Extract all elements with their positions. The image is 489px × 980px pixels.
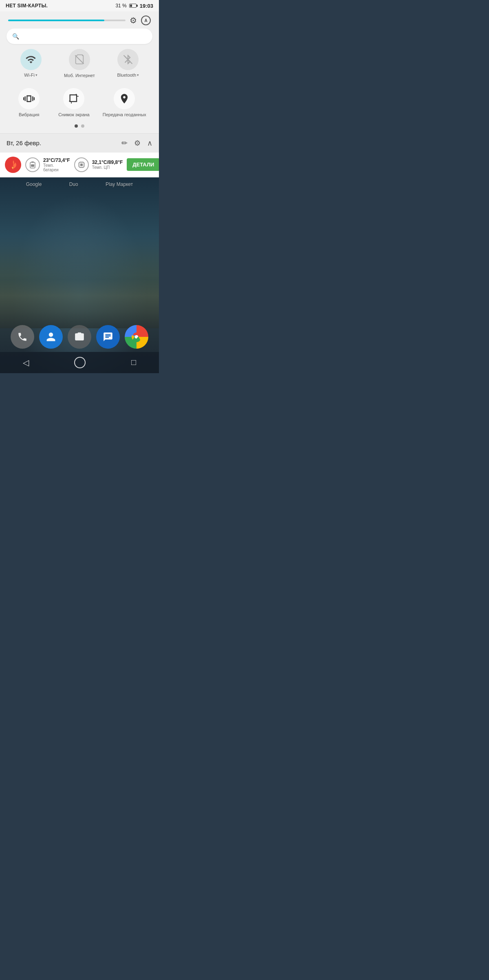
screenshot-label: Снимок экрана <box>58 112 90 117</box>
wifi-icon-wrap <box>20 49 42 70</box>
temp-banner: 23°C/73,4°F Темп. батареи <box>0 153 159 177</box>
dot-2 <box>81 124 84 128</box>
tile-mobile-data[interactable]: Моб. Интернет <box>63 49 96 78</box>
battery-percent: 31 % <box>115 3 126 9</box>
brightness-fill <box>8 20 104 21</box>
status-right: 31 % 19:03 <box>115 3 153 9</box>
battery-temp-info: 23°C/73,4°F Темп. батареи <box>43 157 70 172</box>
dock-contacts[interactable] <box>39 325 63 349</box>
details-button[interactable]: ДЕТАЛИ <box>127 158 159 171</box>
battery-temp-svg <box>29 161 36 169</box>
cpu-temp-value: 32,1°C/89,8°F <box>92 159 123 165</box>
flame-icon <box>5 157 21 173</box>
settings-icon[interactable]: ⚙ <box>134 139 141 148</box>
cpu-temp-svg <box>77 161 86 169</box>
auto-brightness-icon[interactable]: A <box>141 15 151 25</box>
status-bar: НЕТ SIM-КАРТЫ. 31 % 19:03 <box>0 0 159 11</box>
location-icon <box>119 93 130 104</box>
vibration-icon <box>23 93 35 104</box>
camera-icon <box>74 332 85 342</box>
phone-icon <box>17 332 28 342</box>
wifi-icon <box>25 54 37 65</box>
tile-vibration[interactable]: Вибрация <box>13 88 45 117</box>
bluetooth-icon-wrap <box>117 49 139 70</box>
battery-temp-value: 23°C/73,4°F <box>43 157 70 163</box>
cpu-temp-icon <box>74 157 89 172</box>
battery-temp-label: Темп. батареи <box>43 163 70 172</box>
svg-rect-4 <box>31 161 34 163</box>
wifi-label-row: Wi-Fi ▾ <box>24 73 37 77</box>
search-icon: 🔍 <box>12 33 19 40</box>
landscape-overlay <box>0 247 159 328</box>
bluetooth-arrow: ▾ <box>137 73 139 77</box>
dot-1 <box>75 124 78 128</box>
brightness-row: ⚙ A <box>7 15 152 25</box>
search-bar[interactable]: 🔍 <box>7 29 152 44</box>
vibration-icon-wrap <box>18 88 40 109</box>
recent-button[interactable]: □ <box>131 358 136 367</box>
collapse-icon[interactable]: ∧ <box>147 139 152 148</box>
brightness-sun-icon[interactable]: ⚙ <box>130 15 137 25</box>
chrome-icon <box>131 332 142 342</box>
app-label-google: Google <box>26 181 42 187</box>
battery-temp-icon <box>25 157 40 172</box>
contacts-icon <box>46 332 56 342</box>
bluetooth-label: Bluetooth <box>117 73 136 77</box>
app-label-play: Play Маркет <box>106 181 133 187</box>
bluetooth-icon <box>122 54 134 65</box>
app-dock <box>0 325 159 349</box>
brightness-slider[interactable] <box>8 20 126 21</box>
quick-tiles-row1: Wi-Fi ▾ Моб. Интернет <box>7 49 152 78</box>
nav-bar: ◁ □ <box>0 352 159 373</box>
vibration-label: Вибрация <box>19 112 39 117</box>
quick-settings-panel: ⚙ A 🔍 Wi-Fi ▾ <box>0 11 159 133</box>
tile-wifi[interactable]: Wi-Fi ▾ <box>15 49 47 77</box>
bluetooth-label-row: Bluetooth ▾ <box>117 73 139 77</box>
mobile-data-icon <box>74 54 85 65</box>
cpu-temp-item: 32,1°C/89,8°F Темп. ЦП <box>74 157 123 172</box>
clock: 19:03 <box>140 3 153 9</box>
mobile-data-label: Моб. Интернет <box>64 73 95 78</box>
tile-bluetooth[interactable]: Bluetooth ▾ <box>112 49 144 77</box>
app-label-row: Google Duo Play Маркет <box>0 181 159 187</box>
screenshot-icon <box>68 93 79 104</box>
geo-icon-wrap <box>114 88 135 109</box>
home-screen: Google Duo Play Маркет <box>0 177 159 373</box>
dock-chrome[interactable] <box>125 325 148 349</box>
tile-geo[interactable]: Передача геоданных <box>103 88 146 117</box>
screenshot-icon-wrap <box>63 88 84 109</box>
page-dots <box>7 124 152 133</box>
geo-label: Передача геоданных <box>103 112 146 117</box>
back-button[interactable]: ◁ <box>23 358 29 367</box>
tile-screenshot[interactable]: Снимок экрана <box>57 88 90 117</box>
edit-icon[interactable]: ✏ <box>121 139 128 148</box>
svg-rect-2 <box>70 95 77 102</box>
cpu-temp-info: 32,1°C/89,8°F Темп. ЦП <box>92 159 123 170</box>
sim-status: НЕТ SIM-КАРТЫ. <box>6 3 48 9</box>
dock-messages[interactable] <box>96 325 120 349</box>
home-button[interactable] <box>74 357 86 368</box>
svg-rect-5 <box>31 164 34 167</box>
svg-rect-7 <box>80 164 83 166</box>
date-text: Вт, 26 февр. <box>7 139 41 146</box>
cpu-temp-label: Темп. ЦП <box>92 165 123 170</box>
date-actions: ✏ ⚙ ∧ <box>121 139 152 148</box>
flame-svg <box>9 160 18 170</box>
date-row: Вт, 26 февр. ✏ ⚙ ∧ <box>0 133 159 153</box>
wifi-label: Wi-Fi <box>24 73 35 77</box>
dock-camera[interactable] <box>68 325 91 349</box>
app-label-duo: Duo <box>69 181 78 187</box>
quick-tiles-row2: Вибрация Снимок экрана Передача геоданны… <box>7 85 152 124</box>
svg-line-0 <box>75 55 84 64</box>
mobile-data-icon-wrap <box>69 49 90 70</box>
wifi-arrow: ▾ <box>35 73 37 77</box>
messages-icon <box>103 332 113 342</box>
battery-temp-item: 23°C/73,4°F Темп. батареи <box>25 157 70 172</box>
dock-phone[interactable] <box>11 325 34 349</box>
battery-icon <box>129 4 137 8</box>
